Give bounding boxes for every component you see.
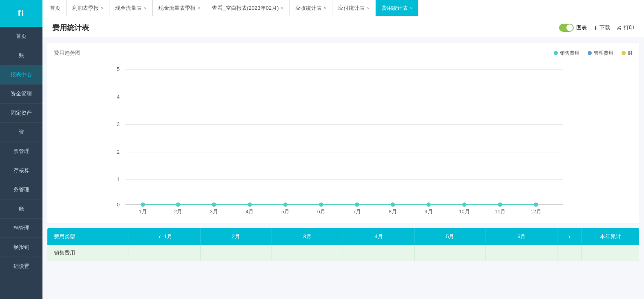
svg-point-14: [176, 202, 180, 207]
download-label: 下载: [599, 24, 610, 31]
th-month6-label: 6月: [517, 233, 526, 240]
tab-cashflow-quarter[interactable]: 现金流量表季报 ×: [153, 0, 206, 16]
close-icon[interactable]: ×: [410, 6, 412, 11]
sidebar-item-reports[interactable]: 报表中心: [0, 65, 42, 84]
svg-point-20: [391, 202, 395, 207]
sidebar: fi 首页 账 报表中心 资金管理 固定资产 资 票管理 存核算 务管理 账 档…: [0, 0, 42, 299]
svg-point-22: [462, 202, 467, 207]
th-month3-label: 3月: [303, 233, 311, 240]
svg-text:0: 0: [117, 202, 120, 208]
tab-expense-label: 费用统计表: [381, 4, 408, 12]
tab-blank-report[interactable]: 查看_空白报表(2023年02月) ×: [206, 0, 290, 16]
tab-expense[interactable]: 费用统计表 ×: [376, 0, 419, 16]
tab-cashflow-label: 现金流量表: [115, 4, 142, 12]
th-ytd-label: 本年累计: [600, 233, 621, 240]
close-icon[interactable]: ×: [144, 6, 146, 11]
sidebar-logo: fi: [0, 0, 42, 27]
tab-home[interactable]: 首页: [44, 0, 67, 16]
tab-payable[interactable]: 应付统计表 ×: [332, 0, 375, 16]
main-area: 首页 利润表季报 × 现金流量表 × 现金流量表季报 × 查看_空白报表(202…: [42, 0, 644, 299]
chart-toggle-label: 图表: [576, 24, 587, 31]
close-icon[interactable]: ×: [324, 6, 326, 11]
tab-blank-report-label: 查看_空白报表(2023年02月): [212, 4, 279, 12]
legend-admin: 管理费用: [588, 50, 613, 57]
th-month5: 5月: [414, 228, 486, 245]
sidebar-item-ledger[interactable]: 账: [0, 199, 42, 219]
sidebar-item-home[interactable]: 首页: [0, 27, 42, 46]
tab-receivable-label: 应收统计表: [295, 4, 322, 12]
sidebar-item-inventory[interactable]: 存核算: [0, 161, 42, 180]
svg-text:8月: 8月: [389, 209, 397, 215]
th-month6: 6月: [486, 228, 557, 245]
content-area: 费用统计表 图表 ⬇ 下载 🖨 打印 费用趋势图: [42, 16, 644, 299]
nav-left-icon[interactable]: ‹: [157, 233, 162, 240]
legend-finance: 财: [622, 50, 633, 57]
svg-text:9月: 9月: [424, 209, 432, 215]
td-m3: [272, 245, 343, 261]
chart-legend: 销售费用 管理费用 财: [554, 50, 633, 57]
th-month2-label: 2月: [232, 233, 240, 240]
sidebar-item-expense[interactable]: 畅报销: [0, 238, 42, 257]
legend-finance-label: 财: [628, 50, 633, 57]
tab-payable-label: 应付统计表: [338, 4, 365, 12]
close-icon[interactable]: ×: [198, 6, 200, 11]
td-m4: [343, 245, 414, 261]
table-header: 费用类型 ‹ 1月 2月 3月 4月 5月: [47, 228, 639, 245]
sidebar-item-archive[interactable]: 档管理: [0, 219, 42, 238]
legend-finance-dot: [622, 51, 626, 55]
svg-text:5月: 5月: [281, 209, 290, 215]
close-icon[interactable]: ×: [101, 6, 103, 11]
th-type: 费用类型: [47, 228, 129, 245]
tab-profit-label: 利润表季报: [72, 4, 99, 12]
tab-cashflow-quarter-label: 现金流量表季报: [158, 4, 196, 12]
svg-point-17: [283, 202, 288, 207]
tab-receivable[interactable]: 应收统计表 ×: [290, 0, 332, 16]
sidebar-item-invoice[interactable]: 票管理: [0, 142, 42, 161]
sidebar-item-assets[interactable]: 固定资产: [0, 104, 42, 123]
close-icon[interactable]: ×: [281, 6, 283, 11]
print-label: 打印: [624, 24, 634, 31]
sidebar-item-fund[interactable]: 资金管理: [0, 84, 42, 104]
close-icon[interactable]: ×: [367, 6, 369, 11]
sidebar-item-settings[interactable]: 础设置: [0, 257, 42, 276]
page-header: 费用统计表 图表 ⬇ 下载 🖨 打印: [42, 16, 644, 38]
th-nav-left[interactable]: ‹ 1月: [129, 228, 201, 245]
download-button[interactable]: ⬇ 下载: [593, 24, 610, 31]
sidebar-item-affairs[interactable]: 务管理: [0, 180, 42, 199]
svg-point-23: [498, 202, 502, 207]
svg-point-24: [534, 202, 538, 207]
chart-toggle-wrap[interactable]: 图表: [559, 24, 587, 32]
th-nav-right[interactable]: ›: [557, 228, 582, 245]
chart-toggle[interactable]: [559, 24, 574, 32]
svg-text:10月: 10月: [459, 209, 470, 215]
chart-container: 5 4 3 2 1 0: [54, 62, 633, 217]
table-row: 销售费用: [47, 245, 639, 261]
table-section: 费用类型 ‹ 1月 2月 3月 4月 5月: [47, 228, 639, 261]
svg-text:4: 4: [117, 94, 120, 100]
nav-right-icon[interactable]: ›: [567, 233, 572, 240]
svg-text:1月: 1月: [139, 209, 147, 215]
legend-admin-dot: [588, 51, 592, 55]
chart-header: 费用趋势图 销售费用 管理费用 财: [54, 49, 633, 57]
print-icon: 🖨: [617, 25, 622, 31]
svg-point-15: [212, 202, 216, 207]
td-m2: [201, 245, 272, 261]
sidebar-item-account[interactable]: 账: [0, 46, 42, 65]
tab-cashflow[interactable]: 现金流量表 ×: [109, 0, 152, 16]
print-button[interactable]: 🖨 打印: [617, 24, 634, 31]
tab-bar: 首页 利润表季报 × 现金流量表 × 现金流量表季报 × 查看_空白报表(202…: [42, 0, 644, 16]
svg-point-16: [247, 202, 252, 207]
tab-home-label: 首页: [50, 4, 60, 12]
svg-text:11月: 11月: [495, 209, 506, 215]
svg-point-19: [355, 202, 359, 207]
svg-text:5: 5: [117, 66, 120, 72]
sidebar-item-resource[interactable]: 资: [0, 123, 42, 142]
page-title: 费用统计表: [52, 23, 89, 33]
td-nav: [557, 245, 582, 261]
td-type: 销售费用: [47, 245, 129, 261]
svg-point-18: [319, 202, 323, 207]
svg-text:2月: 2月: [174, 209, 182, 215]
th-month4-label: 4月: [374, 233, 383, 240]
chart-title: 费用趋势图: [54, 49, 80, 57]
tab-profit[interactable]: 利润表季报 ×: [67, 0, 109, 16]
